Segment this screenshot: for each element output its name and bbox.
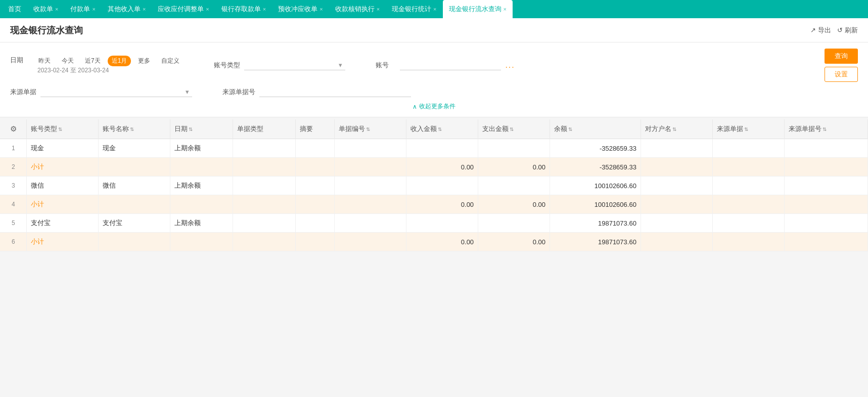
table-header-date: 日期⇅ [170, 119, 233, 139]
close-icon[interactable]: × [55, 0, 58, 18]
setting-button[interactable]: 设置 [825, 67, 858, 82]
table-row: 1现金现金上期余额-3528659.33 [0, 139, 868, 158]
date-option-更多[interactable]: 更多 [134, 56, 154, 66]
row-number: 1 [0, 139, 27, 158]
nav-item-首页[interactable]: 首页 [2, 0, 27, 18]
page-title: 现金银行流水查询 [10, 24, 83, 36]
row-number: 3 [0, 177, 27, 195]
cell-date: 上期余额 [170, 214, 233, 233]
table-header-source-doc: 来源单据⇅ [712, 119, 784, 139]
account-filter: 账号 ... [376, 60, 515, 70]
cell-account-name [99, 158, 170, 177]
account-type-select[interactable]: ▾ [244, 60, 345, 70]
nav-item-付款单[interactable]: 付款单 × [64, 0, 101, 18]
cell-account-name: 微信 [99, 177, 170, 195]
cell-summary [296, 233, 335, 251]
cell-source-doc [712, 158, 784, 177]
collapse-bar[interactable]: ∧ 收起更多条件 [10, 102, 858, 111]
cell-income [406, 214, 478, 233]
table-header-settings[interactable]: ⚙ [0, 119, 27, 139]
table-container: ⚙ 账号类型⇅ 账号名称⇅ 日期⇅ 单据类型 摘要 单据编号⇅ 收入金额⇅ 支出… [0, 119, 868, 251]
cell-date [170, 195, 233, 214]
row-number: 5 [0, 214, 27, 233]
collapse-icon: ∧ [413, 103, 417, 110]
cell-source-doc-num [784, 139, 867, 158]
row-number: 2 [0, 158, 27, 177]
nav-item-银行存取款单[interactable]: 银行存取款单 × [215, 0, 272, 18]
source-doc-filter: 来源单据 ▾ [10, 87, 192, 97]
cell-summary [296, 139, 335, 158]
cell-doc-num [335, 233, 406, 251]
close-icon[interactable]: × [319, 0, 323, 18]
source-doc-select[interactable]: ▾ [40, 87, 192, 97]
date-option-昨天[interactable]: 昨天 [34, 56, 55, 66]
table-header-summary: 摘要 [296, 119, 335, 139]
gear-icon[interactable]: ⚙ [10, 124, 17, 133]
account-input[interactable] [400, 60, 501, 70]
cell-date [170, 233, 233, 251]
cell-source-doc [712, 233, 784, 251]
cell-doc-type [233, 214, 296, 233]
export-button[interactable]: ↗ 导出 [810, 26, 831, 35]
date-label: 日期 [10, 56, 30, 65]
cell-doc-type [233, 233, 296, 251]
cell-counterpart [641, 195, 712, 214]
cell-source-doc [712, 177, 784, 195]
cell-expense: 0.00 [478, 195, 550, 214]
cell-doc-num [335, 214, 406, 233]
cell-income: 0.00 [406, 158, 478, 177]
query-button[interactable]: 查询 [825, 49, 858, 64]
close-icon[interactable]: × [92, 0, 95, 18]
cell-balance: 100102606.60 [550, 177, 641, 195]
cell-source-doc-num [784, 195, 867, 214]
refresh-button[interactable]: ↺ 刷新 [837, 26, 858, 35]
cell-doc-type [233, 139, 296, 158]
cell-account-name: 支付宝 [99, 214, 170, 233]
nav-item-预收冲应收单[interactable]: 预收冲应收单 × [272, 0, 329, 18]
account-type-filter: 账号类型 ▾ [214, 60, 345, 70]
cell-balance: -3528659.33 [550, 158, 641, 177]
nav-item-收款核销执行[interactable]: 收款核销执行 × [329, 0, 386, 18]
date-options: 昨天今天近7天近1月更多自定义 [34, 56, 184, 66]
cell-income: 0.00 [406, 233, 478, 251]
date-option-自定义[interactable]: 自定义 [157, 56, 184, 66]
nav-item-现金银行统计[interactable]: 现金银行统计 × [386, 0, 442, 18]
more-options-button[interactable]: ... [505, 61, 515, 70]
close-icon[interactable]: × [263, 0, 266, 18]
cell-doc-type [233, 195, 296, 214]
table-header-doc-num: 单据编号⇅ [335, 119, 406, 139]
cell-doc-num [335, 158, 406, 177]
table-header-account-name: 账号名称⇅ [99, 119, 170, 139]
date-option-近7天[interactable]: 近7天 [81, 56, 105, 66]
nav-item-收款单[interactable]: 收款单 × [27, 0, 64, 18]
date-filter: 日期 昨天今天近7天近1月更多自定义 2023-02-24 至 2023-03-… [10, 56, 184, 75]
source-doc-num-input[interactable] [259, 87, 411, 97]
nav-item-现金银行流水查询[interactable]: 现金银行流水查询 × [443, 0, 513, 18]
date-option-今天[interactable]: 今天 [58, 56, 78, 66]
cell-account-type: 小计 [27, 158, 99, 177]
close-icon[interactable]: × [504, 0, 507, 18]
cell-counterpart [641, 214, 712, 233]
account-type-label: 账号类型 [214, 61, 240, 70]
cell-balance: 19871073.60 [550, 214, 641, 233]
cell-account-type: 现金 [27, 139, 99, 158]
table-row: 6小计0.000.0019871073.60 [0, 233, 868, 251]
nav-item-应收应付调整单[interactable]: 应收应付调整单 × [152, 0, 215, 18]
cell-counterpart [641, 177, 712, 195]
top-nav: 首页收款单 ×付款单 ×其他收入单 ×应收应付调整单 ×银行存取款单 ×预收冲应… [0, 0, 868, 18]
table-row: 3微信微信上期余额100102606.60 [0, 177, 868, 195]
table-row: 5支付宝支付宝上期余额19871073.60 [0, 214, 868, 233]
close-icon[interactable]: × [433, 0, 436, 18]
cell-income [406, 177, 478, 195]
close-icon[interactable]: × [377, 0, 380, 18]
filter-row-1: 日期 昨天今天近7天近1月更多自定义 2023-02-24 至 2023-03-… [10, 49, 858, 82]
close-icon[interactable]: × [206, 0, 209, 18]
close-icon[interactable]: × [143, 0, 146, 18]
nav-item-其他收入单[interactable]: 其他收入单 × [102, 0, 152, 18]
source-doc-num-filter: 来源单据号 [222, 87, 411, 97]
row-number: 6 [0, 233, 27, 251]
cell-balance: 19871073.60 [550, 233, 641, 251]
cell-date: 上期余额 [170, 139, 233, 158]
date-option-近1月[interactable]: 近1月 [108, 56, 131, 66]
cell-source-doc [712, 139, 784, 158]
